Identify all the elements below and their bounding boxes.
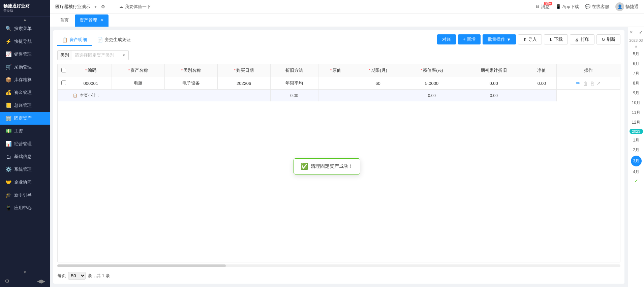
sidebar-item-sales[interactable]: 📈 销售管理 — [0, 48, 50, 61]
table-scrollbar[interactable] — [57, 264, 620, 267]
username: 畅捷通 — [625, 4, 639, 10]
calendar-month-2[interactable]: 2月 — [630, 145, 643, 155]
settings-gear-icon[interactable]: ⚙ — [101, 4, 105, 10]
download-button[interactable]: ⬇ 下载 — [544, 34, 568, 44]
calendar-month-7[interactable]: 7月 — [630, 69, 643, 78]
refresh-button[interactable]: ↻ 刷新 — [596, 34, 620, 44]
calendar-month-10[interactable]: 10月 — [630, 98, 643, 108]
company-dropdown-icon[interactable]: ▼ — [94, 5, 97, 9]
experience-icon: ☁ — [119, 4, 123, 9]
calendar-month-9[interactable]: 9月 — [630, 88, 643, 98]
sidebar-nav: 🔍 搜索菜单 ⚡ 快捷导航 📈 销售管理 🛒 采购管理 📦 库存核算 💰 资金管… — [0, 22, 50, 269]
calendar-month-4[interactable]: 4月 — [630, 167, 643, 177]
user-profile[interactable]: 👤 畅捷通 — [615, 2, 639, 11]
tab-bar: 首页 资产管理 ✕ — [50, 13, 644, 27]
subtotal-original-value: 0.00 — [270, 90, 318, 102]
row-checkbox[interactable] — [61, 81, 66, 85]
calendar-month-6[interactable]: 6月 — [630, 59, 643, 69]
sidebar-item-salary[interactable]: 💵 工资 — [0, 125, 50, 137]
inventory-icon: 📦 — [5, 77, 11, 83]
download-label: 下载 — [554, 36, 563, 42]
tab-home[interactable]: 首页 — [55, 14, 73, 27]
delete-icon[interactable]: 🗑 — [583, 81, 588, 86]
sidebar-item-quicknav[interactable]: ⚡ 快捷导航 — [0, 35, 50, 48]
sidebar-item-label: 采购管理 — [14, 64, 32, 70]
sub-tab-asset-detail[interactable]: 📋 资产明细 — [57, 34, 92, 46]
sidebar-item-label: 应用中心 — [14, 205, 32, 211]
sidebar-item-system[interactable]: ⚙️ 系统管理 — [0, 163, 50, 176]
refresh-label: 刷新 — [607, 36, 615, 42]
duizhang-button[interactable]: 对账 — [437, 34, 456, 44]
cell-code: 000001 — [70, 77, 112, 90]
calendar-down-confirm-icon[interactable]: ✓ — [633, 177, 640, 185]
select-all-checkbox[interactable] — [61, 68, 66, 72]
sub-tab-voucher[interactable]: 📄 变更生成凭证 — [92, 34, 135, 46]
row-checkbox-cell[interactable] — [58, 77, 70, 90]
scrollbar-thumb — [57, 264, 226, 267]
sidebar-item-finance[interactable]: 💰 资金管理 — [0, 86, 50, 99]
new-button[interactable]: + 新增 — [458, 34, 481, 44]
online-service-button[interactable]: 💬 在线客服 — [585, 4, 609, 10]
calendar-year-badge[interactable]: 2023 — [630, 129, 643, 134]
top-bar-right: 🖥 消息 99+ 📱 App下载 💬 在线客服 👤 畅捷通 — [535, 2, 639, 11]
sidebar-item-search[interactable]: 🔍 搜索菜单 — [0, 22, 50, 35]
calendar-close-icon[interactable]: ✕ — [630, 30, 633, 35]
sidebar-item-base-info[interactable]: 🗂 基础信息 — [0, 150, 50, 163]
cell-depreciation-method: 年限平均 — [270, 77, 318, 90]
tab-close-icon[interactable]: ✕ — [100, 18, 104, 23]
calendar-year-label: 2023.03 — [629, 38, 644, 43]
category-filter[interactable]: 类别 请选择固定资产类别 ▼ — [57, 50, 129, 60]
sidebar-item-label: 资金管理 — [14, 90, 32, 96]
experience-label: 我要体验一下 — [125, 4, 151, 10]
sidebar-scroll-down[interactable]: ▼ — [0, 269, 50, 275]
calendar-month-8[interactable]: 8月 — [630, 78, 643, 88]
sidebar: 畅捷通好业财 普及版 ▲ 🔍 搜索菜单 ⚡ 快捷导航 📈 销售管理 🛒 采购管理… — [0, 0, 50, 287]
tab-asset-management[interactable]: 资产管理 ✕ — [75, 14, 109, 27]
sidebar-bottom: ⚙ ◀▶ — [0, 275, 50, 287]
calendar-month-1[interactable]: 1月 — [630, 135, 643, 145]
sidebar-item-collab[interactable]: 🤝 企业协同 — [0, 176, 50, 189]
app-download-button[interactable]: 📱 App下载 — [556, 4, 579, 10]
category-label: 类别 — [58, 51, 72, 60]
top-bar-left: 医疗器械行业演示 ▼ ⚙ ☁ 我要体验一下 — [55, 4, 151, 10]
sidebar-item-fixed-assets[interactable]: 🏢 固定资产 — [0, 112, 50, 125]
batch-button[interactable]: 批量操作 ▼ — [483, 34, 516, 44]
calendar-month-3-current[interactable]: 3月 — [631, 156, 642, 166]
per-page-select[interactable]: 50 100 200 — [68, 272, 86, 280]
batch-label: 批量操作 — [488, 36, 505, 42]
calendar-month-5[interactable]: 5月 — [630, 49, 643, 59]
subtotal-empty-check — [58, 90, 70, 102]
cell-category: 电子设备 — [164, 77, 217, 90]
sidebar-item-app-center[interactable]: 📱 应用中心 — [0, 201, 50, 214]
collapse-icon[interactable]: ◀▶ — [37, 278, 45, 284]
sidebar-scroll-up[interactable]: ▲ — [0, 17, 50, 22]
sidebar-item-label: 基础信息 — [14, 154, 32, 160]
avatar: 👤 — [615, 2, 624, 11]
messages-button[interactable]: 🖥 消息 99+ — [535, 4, 550, 10]
sidebar-item-management[interactable]: 📊 经营管理 — [0, 137, 50, 150]
message-icon: 🖥 — [535, 4, 540, 9]
fixed-assets-icon: 🏢 — [5, 115, 11, 121]
copy-icon[interactable]: ⎘ — [591, 81, 594, 86]
sidebar-item-label: 固定资产 — [14, 115, 32, 121]
calendar-month-11[interactable]: 11月 — [630, 108, 643, 118]
cell-initial-accumulated: 0.00 — [461, 77, 527, 90]
settings-icon[interactable]: ⚙ — [5, 278, 9, 284]
sidebar-item-inventory[interactable]: 📦 库存核算 — [0, 73, 50, 86]
cell-residual-rate: 5.0000 — [403, 77, 461, 90]
calendar-up-icon[interactable]: ▲ — [634, 43, 639, 49]
calendar-month-12[interactable]: 12月 — [630, 118, 643, 127]
subtotal-residual — [353, 90, 403, 102]
select-all-header[interactable] — [58, 64, 70, 77]
col-original-value: *原值 — [318, 64, 353, 77]
app-name: 畅捷通好业财 — [3, 3, 30, 9]
more-icon[interactable]: ↗ — [596, 80, 601, 86]
calendar-expand-icon[interactable]: ⤢ — [639, 30, 643, 35]
print-button[interactable]: 🖨 打印 — [570, 34, 594, 44]
export-button[interactable]: ⬆ 导入 — [518, 34, 542, 44]
sidebar-item-purchase[interactable]: 🛒 采购管理 — [0, 61, 50, 73]
edit-icon[interactable]: ✏ — [576, 80, 580, 86]
experience-link[interactable]: ☁ 我要体验一下 — [119, 4, 151, 10]
sidebar-item-ledger[interactable]: 📒 总账管理 — [0, 99, 50, 112]
sidebar-item-guide[interactable]: 🎓 新手引导 — [0, 189, 50, 201]
